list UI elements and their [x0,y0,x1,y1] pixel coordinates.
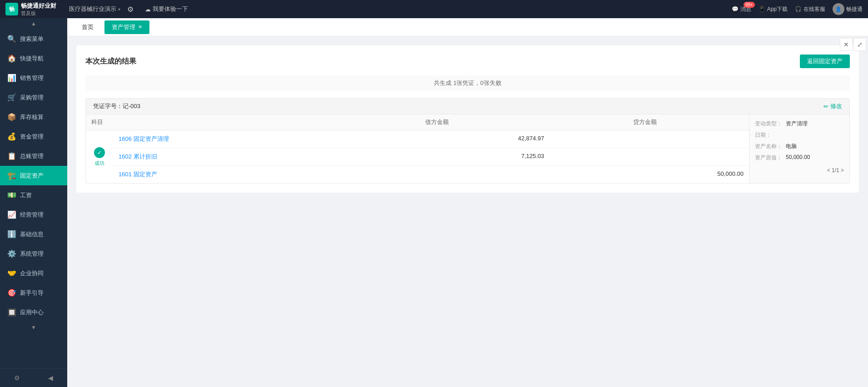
operations-icon: 📈 [7,210,16,219]
side-info-original-value: 资产原值： 50,000.00 [755,154,844,162]
sidebar-item-quick-nav[interactable]: 🏠 快捷导航 [0,49,67,68]
download-icon: 📱 [759,6,765,12]
debit-1606: 42,874.97 [350,130,550,148]
sidebar-item-fixed-assets[interactable]: 🏗️ 固定资产 [0,166,67,185]
logo-sub: 普及版 [21,10,56,17]
user-avatar-area[interactable]: 👤 畅捷通 [833,3,863,15]
sidebar-scroll-up[interactable]: ▲ [0,18,67,29]
sidebar-label-basic-info: 基础信息 [20,230,44,238]
sidebar-bottom: ⚙ ◀ [0,368,67,387]
sidebar-item-sales[interactable]: 📊 销售管理 [0,68,67,88]
basic-info-icon: ℹ️ [7,230,16,238]
voucher-card: 凭证字号：记-003 ✏ 修改 科目 借方金额 [85,98,850,184]
content-area: 首页 资产管理 ✕ ✕ ⤢ 本次生成的结果 返回固定资产 共生成 1张凭 [67,18,868,387]
message-icon: 💬 [732,6,739,12]
change-type-label: 变动类型： [755,120,782,128]
sidebar-label-sales: 销售管理 [20,74,44,82]
system-icon: ⚙️ [7,249,16,258]
sidebar-item-purchase[interactable]: 🛒 采购管理 [0,88,67,107]
funds-icon: 💰 [7,132,16,141]
sidebar-settings-button[interactable]: ⚙ [10,372,24,383]
tab-home[interactable]: 首页 [74,20,101,34]
page-content: ✕ ⤢ 本次生成的结果 返回固定资产 共生成 1张凭证，0张失败 凭证字号：记-… [67,36,868,387]
sidebar-item-system[interactable]: ⚙️ 系统管理 [0,244,67,263]
app-center-icon: 🔲 [7,308,16,317]
sidebar-item-basic-info[interactable]: ℹ️ 基础信息 [0,224,67,244]
data-line-2: 1602 累计折旧 7,125.03 [113,148,749,166]
voucher-header-bar: 凭证字号：记-003 ✏ 修改 [86,99,849,114]
sidebar-item-ledger[interactable]: 📋 总账管理 [0,146,67,166]
tab-bar: 首页 资产管理 ✕ [67,18,868,36]
edit-icon: ✏ [823,103,828,110]
tab-asset-mgmt[interactable]: 资产管理 ✕ [104,20,149,34]
sidebar-item-guide[interactable]: 🎯 新手引导 [0,283,67,303]
panel-controls: ✕ ⤢ [838,36,868,53]
messages-button[interactable]: 💬 消息 99+ [732,5,751,13]
change-type-value: 资产清理 [786,120,808,128]
sidebar-item-payroll[interactable]: 💵 工资 [0,185,67,205]
avatar: 👤 [833,3,844,15]
asset-name-label: 资产名称： [755,143,782,150]
voucher-number: 凭证字号：记-003 [93,102,140,110]
sidebar-label-fixed-assets: 固定资产 [20,172,44,180]
col-header-subject: 科目 [86,114,333,130]
row-status: ✓ 成功 [86,140,113,174]
panel-close-button[interactable]: ✕ [840,38,853,51]
edit-button[interactable]: ✏ 修改 [823,102,842,110]
sidebar: ▲ 🔍 搜索菜单 🏠 快捷导航 📊 销售管理 🛒 采购管理 📦 库存核算 [0,18,67,387]
sidebar-item-operations[interactable]: 📈 经营管理 [0,205,67,224]
pagination: < 1/1 > [755,167,844,174]
col-header-credit: 贷方金额 [541,114,749,130]
sidebar-item-funds[interactable]: 💰 资金管理 [0,127,67,146]
settings-icon[interactable]: ⚙ [124,3,137,15]
sidebar-item-enterprise[interactable]: 🤝 企业协同 [0,263,67,283]
panel-expand-button[interactable]: ⤢ [853,38,866,51]
subject-1606[interactable]: 1606 固定资产清理 [113,130,350,148]
original-value-value: 50,000.00 [786,154,810,162]
sidebar-label-funds: 资金管理 [20,133,44,141]
asset-name-value: 电脑 [786,143,797,150]
top-header: 畅 畅捷通好业财 普及版 医疗器械行业演示 ▾ ⚙ ☁ 我要体验一下 💬 消息 … [0,0,868,18]
payroll-icon: 💵 [7,191,16,199]
sidebar-scroll: ▲ 🔍 搜索菜单 🏠 快捷导航 📊 销售管理 🛒 采购管理 📦 库存核算 [0,18,67,368]
credit-1606 [550,130,749,148]
credit-1602 [550,148,749,165]
purchase-icon: 🛒 [7,93,16,102]
sidebar-item-search[interactable]: 🔍 搜索菜单 [0,29,67,49]
pagination-text[interactable]: < 1/1 > [827,167,844,174]
company-selector[interactable]: 医疗器械行业演示 ▾ [69,5,120,13]
ledger-icon: 📋 [7,152,16,160]
sidebar-item-inventory[interactable]: 📦 库存核算 [0,107,67,127]
online-service-button[interactable]: 🎧 在线客服 [795,5,825,13]
sidebar-label-payroll: 工资 [20,191,32,199]
debit-1602: 7,125.03 [350,148,550,165]
credit-1601: 50,000.00 [550,166,749,183]
subject-1601[interactable]: 1601 固定资产 [113,166,350,183]
sidebar-label-enterprise: 企业协同 [20,269,44,278]
header-right: 💬 消息 99+ 📱 App下载 🎧 在线客服 👤 畅捷通 [732,3,863,15]
voucher-side-panel: 变动类型： 资产清理 日期： 资产名称： 电脑 [749,114,849,183]
sidebar-item-app-center[interactable]: 🔲 应用中心 [0,303,67,322]
tab-home-label: 首页 [82,23,94,31]
enterprise-icon: 🤝 [7,269,16,278]
logo-area: 畅 畅捷通好业财 普及版 [5,2,56,17]
sales-icon: 📊 [7,74,16,82]
sidebar-label-search: 搜索菜单 [20,35,44,43]
tab-close-icon[interactable]: ✕ [138,24,142,30]
experience-button[interactable]: ☁ 我要体验一下 [145,5,188,13]
side-info-date: 日期： [755,131,844,139]
return-button[interactable]: 返回固定资产 [800,55,850,68]
app-download-button[interactable]: 📱 App下载 [759,5,788,13]
result-header: 本次生成的结果 返回固定资产 [85,55,850,68]
sidebar-collapse-button[interactable]: ◀ [45,372,57,383]
company-name: 医疗器械行业演示 [69,5,116,13]
summary-line: 共生成 1张凭证，0张失败 [85,75,850,91]
online-service-label: 在线客服 [804,5,825,13]
main-layout: ▲ 🔍 搜索菜单 🏠 快捷导航 📊 销售管理 🛒 采购管理 📦 库存核算 [0,18,868,387]
sidebar-scroll-down[interactable]: ▼ [0,322,67,333]
voucher-table: 科目 借方金额 贷方金额 ✓ 成功 [86,114,749,183]
table-row: ✓ 成功 1606 固定资产清理 42,874.97 [86,130,749,183]
sidebar-label-operations: 经营管理 [20,211,44,219]
table-header: 科目 借方金额 贷方金额 [86,114,749,130]
subject-1602[interactable]: 1602 累计折旧 [113,148,350,165]
